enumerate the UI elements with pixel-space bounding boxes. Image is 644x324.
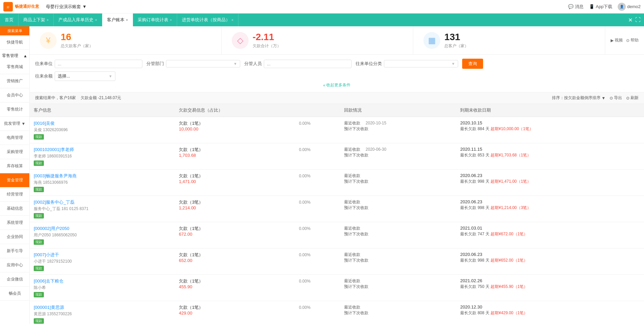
cell-collection-0: 最近收款 2020-10-15 预计下次收款 [340, 117, 456, 143]
customer-name-0[interactable]: [0016]吴俊 [34, 120, 171, 126]
app-download-label: App下载 [596, 4, 612, 10]
collapse-filter-btn[interactable]: « 收起更多条件 [35, 82, 639, 88]
due-date-6: 2021.02.26 [460, 278, 640, 283]
query-button[interactable]: 查询 [462, 59, 483, 69]
table-row: [0007]小进干 小进干 18279152100 现款 欠款（1笔） 652.… [30, 248, 644, 275]
tab-product-offline-close[interactable]: × [47, 18, 49, 22]
sidebar-item-ecommerce[interactable]: 电商管理 [0, 131, 29, 145]
sidebar-item-vip[interactable]: 畅会员 [0, 287, 29, 301]
customer-name-7[interactable]: [000001]黄思源 [34, 304, 171, 311]
content-area: ¥ 16 总欠款客户（家） ◇ -2.11 欠款合计（万） ▦ [30, 26, 644, 324]
customer-name-4[interactable]: [000002]用户2050 [34, 226, 171, 232]
debt-amount-2[interactable]: 1,471.00 [179, 179, 291, 184]
tab-product-offline[interactable]: 商品上下架 × [19, 13, 54, 26]
tab-home[interactable]: 首页 [0, 13, 19, 26]
tabs-close-icon[interactable]: ✕ [628, 17, 633, 23]
message-btn[interactable]: 💬 消息 [568, 4, 584, 10]
filter-person-input[interactable]: ... [264, 60, 352, 68]
stat-debt-customers-content: 16 总欠款客户（家） [61, 32, 93, 49]
app-download-btn[interactable]: 📱 App下载 [589, 4, 612, 10]
overdue-days-1: 最长欠款 853 天 超期¥1,703.68（1笔） [460, 152, 640, 158]
sidebar-item-retail-store[interactable]: 零售商城 [0, 60, 29, 74]
overdue-amount-7[interactable]: 超期¥429.00（1笔） [491, 311, 528, 315]
sidebar-item-purchase-mgmt[interactable]: 采购管理 [0, 145, 29, 159]
overdue-amount-1[interactable]: 超期¥1,703.68（1笔） [491, 153, 531, 157]
sidebar-item-system[interactable]: 系统管理 [0, 216, 29, 230]
overdue-amount-2[interactable]: 超期¥1,471.00（1笔） [491, 179, 531, 184]
customer-name-2[interactable]: [0003]畅捷服务尹海燕 [34, 173, 171, 179]
store-selector[interactable]: 母婴行业演示账套 ▼ [46, 4, 87, 10]
sidebar-item-operations[interactable]: 经营管理 [0, 187, 29, 202]
sidebar-item-batch-mgmt[interactable]: 批发管理 ▼ [0, 117, 29, 131]
cell-pct-4: 0.00% [295, 222, 340, 248]
result-count: 搜索结果中，客户16家 [35, 95, 76, 100]
cell-debt-7: 欠款（1笔） 429.00 [175, 301, 295, 324]
sidebar-item-marketing[interactable]: 营销推广 [0, 74, 29, 88]
next-collect-info-5: 预计下次收款 [344, 258, 452, 263]
overdue-amount-0[interactable]: 超期¥10,000.00（1笔） [491, 126, 533, 131]
help-btn[interactable]: ⊙ 帮助 [626, 37, 639, 43]
search-menu-btn[interactable]: 搜索菜单 [0, 26, 29, 35]
tab-product-history-close[interactable]: × [95, 18, 97, 22]
sidebar-item-guide[interactable]: 新手引导 [0, 244, 29, 258]
tabs-expand-icon[interactable]: ⛶ [635, 17, 641, 23]
customer-name-3[interactable]: [0002]服务中心_丁磊 [34, 199, 171, 205]
sidebar-item-basic-info[interactable]: 基础信息 [0, 202, 29, 216]
customer-name-1[interactable]: [0001020001]李老师 [34, 147, 171, 153]
debt-amount-6[interactable]: 455.90 [179, 284, 291, 289]
customer-name-5[interactable]: [0007]小进干 [34, 252, 171, 258]
debt-amount-7[interactable]: 429.00 [179, 311, 291, 316]
view-video-btn[interactable]: ▶ 视频 [611, 37, 623, 43]
overdue-amount-4[interactable]: 超期¥672.00（1笔） [491, 232, 528, 236]
debt-pct-1: 0.00% [299, 147, 336, 152]
stat-debt-total-content: -2.11 欠款合计（万） [253, 32, 281, 49]
tab-purchase-summary[interactable]: 采购订单统计表 × [133, 13, 177, 26]
debt-amount-1[interactable]: 1,703.68 [179, 153, 291, 158]
customer-name-6[interactable]: [0006]去下粮仓 [34, 278, 171, 284]
tab-purchase-stats-close[interactable]: × [231, 18, 233, 22]
debt-amount-5[interactable]: 652.00 [179, 258, 291, 263]
export-btn[interactable]: ⊙ 导出 [610, 95, 622, 101]
sidebar-item-quick-nav[interactable]: 快捷导航 [0, 35, 29, 50]
user-avatar-btn[interactable]: 👤 demo2 [618, 3, 641, 11]
sidebar-item-wecom[interactable]: 企业微信 [0, 272, 29, 287]
sidebar-item-inventory[interactable]: 库存核算 [0, 159, 29, 173]
due-date-1: 2020.11.15 [460, 147, 640, 152]
sidebar-item-retail-stats[interactable]: 零售统计 [0, 102, 29, 117]
debt-amount-3[interactable]: 1,214.00 [179, 205, 291, 210]
sidebar-item-guide-label: 新手引导 [7, 248, 23, 253]
debt-pct-3: 0.00% [299, 200, 336, 205]
top-bar-right: 💬 消息 📱 App下载 👤 demo2 [568, 3, 641, 11]
overdue-amount-6[interactable]: 超期¥455.90（1笔） [491, 284, 528, 289]
filter-dept-select[interactable]: ▼ [166, 60, 240, 67]
sidebar-item-app-center[interactable]: 应用中心 [0, 258, 29, 272]
filter-unit-input[interactable]: ... [55, 60, 142, 68]
filter-unit-class-select[interactable]: ▼ [384, 60, 458, 67]
customer-tag-5: 现款 [34, 266, 44, 271]
customer-tag-3: 现款 [34, 213, 44, 218]
debt-amount-0[interactable]: 10,000.00 [179, 126, 291, 131]
filter-balance-select[interactable]: 选择... ▼ [55, 71, 115, 81]
cell-pct-2: 0.00% [295, 170, 340, 196]
sidebar-item-enterprise[interactable]: 企业协同 [0, 230, 29, 244]
col-collection: 回款情况 [340, 104, 456, 117]
sidebar-item-membership[interactable]: 会员中心 [0, 88, 29, 102]
sort-selector[interactable]: 排序：按欠款金额倒序排序 ▼ [552, 95, 606, 101]
tab-product-history[interactable]: 产成品入库单历史 × [54, 13, 102, 26]
debt-amount-4[interactable]: 672.00 [179, 232, 291, 237]
tab-purchase-summary-close[interactable]: × [170, 18, 172, 22]
tab-purchase-stats[interactable]: 进货单统计表（按商品） × [177, 13, 239, 26]
filter-dept-label: 分管部门 [146, 61, 164, 67]
table-row: [0001020001]李老师 李老师 18600391516 现款 欠款（1笔… [30, 143, 644, 170]
overdue-amount-3[interactable]: 超期¥1,214.00（3笔） [491, 205, 531, 210]
tab-customer-account[interactable]: 客户账本 × [102, 13, 133, 26]
cell-customer-5: [0007]小进干 小进干 18279152100 现款 [30, 248, 175, 275]
overdue-amount-5[interactable]: 超期¥652.00（1笔） [491, 258, 528, 263]
customer-tag-6: 现款 [34, 292, 44, 297]
sidebar-retail-mgmt-section[interactable]: 零售管理 ▲ [0, 50, 29, 60]
refresh-btn[interactable]: ⊙ 刷新 [626, 95, 639, 101]
overdue-days-5: 最长欠款 998 天 超期¥652.00（1笔） [460, 258, 640, 263]
tab-customer-account-close[interactable]: × [126, 18, 128, 22]
sidebar-item-capital[interactable]: 资金管理 [0, 173, 29, 187]
sidebar-item-ecommerce-label: 电商管理 [7, 135, 23, 140]
